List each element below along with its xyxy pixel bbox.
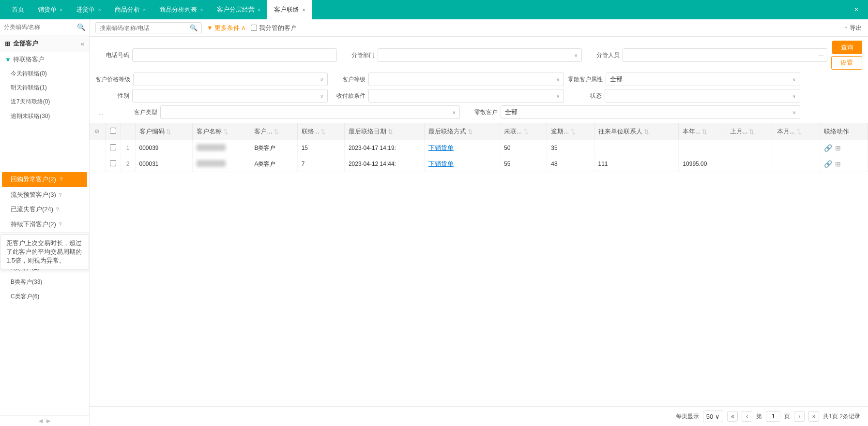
phone-input[interactable]: [132, 48, 337, 62]
row1-select[interactable]: [110, 144, 116, 150]
sidebar-search-bar: 🔍: [0, 19, 89, 35]
query-button[interactable]: 查询: [832, 41, 862, 54]
row1-grid-icon[interactable]: ⊞: [835, 144, 841, 152]
row2-last-date: 2023-04-12 14:44:: [344, 156, 424, 172]
help-icon-churn: ?: [59, 192, 61, 198]
close-sales-tab[interactable]: ×: [60, 7, 62, 13]
col-this-year[interactable]: 本年... ⇅: [679, 123, 726, 140]
row1-code[interactable]: 000039: [135, 140, 193, 156]
col-contact-person[interactable]: 往来单位联系人 ⇅: [594, 123, 679, 140]
nav-home[interactable]: 首页: [5, 0, 31, 19]
close-contact-tab[interactable]: ×: [302, 7, 305, 13]
select-all-checkbox[interactable]: [110, 128, 116, 134]
row2-settings: [90, 156, 105, 172]
row2-select[interactable]: [110, 160, 116, 166]
repurchase-anomaly-item[interactable]: 回购异常客户(2) ?: [2, 172, 87, 187]
row2-grid-icon[interactable]: ⊞: [835, 160, 841, 168]
retail-cust-select[interactable]: 全部 ∨: [501, 105, 800, 119]
sidebar-scroll-left[interactable]: ◀: [39, 418, 43, 424]
dept-select[interactable]: ∨: [378, 48, 582, 62]
cust-grade-select[interactable]: ∨: [368, 73, 564, 86]
sort-name-icon: ⇅: [223, 128, 228, 135]
settings-button[interactable]: 设置: [831, 56, 862, 70]
col-this-month[interactable]: 本月... ⇅: [773, 123, 820, 140]
export-button[interactable]: ↑ 导出: [845, 24, 863, 32]
sidebar-collapse-icon[interactable]: «: [81, 40, 84, 47]
dots-more-btn[interactable]: ...: [95, 109, 107, 116]
cust-type-select[interactable]: ∨: [160, 105, 460, 119]
close-product-list-tab[interactable]: ×: [200, 7, 203, 13]
row2-method-link[interactable]: 下销货单: [428, 160, 454, 167]
col-settings[interactable]: ⚙: [90, 123, 105, 140]
nav-product-analysis-list[interactable]: 商品分析列表 ×: [152, 0, 210, 19]
filter-icon: ▼: [207, 24, 213, 31]
declining-item[interactable]: 持续下滑客户(2) ?: [0, 217, 89, 232]
row1-last-method[interactable]: 下销货单: [424, 140, 500, 156]
col-contact[interactable]: 联络... ⇅: [297, 123, 344, 140]
close-product-analysis-tab[interactable]: ×: [143, 7, 146, 13]
row1-actions: 🔗 ⊞: [820, 140, 868, 156]
gender-select[interactable]: ∨: [132, 89, 328, 103]
row2-last-month: [726, 156, 773, 172]
nav-sales[interactable]: 销货单 ×: [31, 0, 69, 19]
status-select[interactable]: ∨: [605, 89, 800, 103]
status-label: 状态: [568, 92, 602, 100]
nav-purchase[interactable]: 进货单 ×: [69, 0, 107, 19]
today-contact-item[interactable]: 今天待联络(0): [0, 67, 89, 81]
tomorrow-contact-item[interactable]: 明天待联络(1): [0, 81, 89, 95]
row2-contact: 7: [297, 156, 344, 172]
window-close-button[interactable]: ×: [850, 3, 863, 16]
retail-attr-select[interactable]: 全部 ∨: [606, 73, 800, 86]
week-contact-item[interactable]: 近7天待联络(0): [0, 95, 89, 109]
payment-label: 收付款条件: [332, 92, 365, 100]
row1-method-link[interactable]: 下销货单: [428, 144, 454, 151]
cust-grade-cell: 客户等级 ∨: [332, 73, 564, 86]
col-category[interactable]: 客户... ⇅: [250, 123, 297, 140]
col-last-date[interactable]: 最后联络日期 ⇅: [344, 123, 424, 140]
overdue-contact-item[interactable]: 逾期未联络(30): [0, 109, 89, 123]
col-uncontacted[interactable]: 未联... ⇅: [500, 123, 547, 140]
next-page-btn[interactable]: ›: [794, 411, 805, 422]
col-last-method[interactable]: 最后联络方式 ⇅: [424, 123, 500, 140]
more-conditions-btn[interactable]: ▼ 更多条件 ∧: [207, 24, 246, 32]
churned-item[interactable]: 已流失客户(24) ?: [0, 202, 89, 217]
price-grade-select[interactable]: ∨: [133, 73, 328, 86]
person-select[interactable]: ···: [623, 48, 827, 62]
col-overdue[interactable]: 逾期... ⇅: [547, 123, 594, 140]
my-customers-checkbox[interactable]: [251, 25, 257, 31]
close-purchase-tab[interactable]: ×: [98, 7, 101, 13]
price-grade-chevron: ∨: [320, 77, 323, 82]
first-page-btn[interactable]: «: [727, 411, 738, 422]
row2-last-method[interactable]: 下销货单: [424, 156, 500, 172]
sort-category-icon: ⇅: [274, 128, 279, 135]
row1-link-icon[interactable]: 🔗: [824, 144, 832, 152]
sidebar-search-input[interactable]: [4, 24, 77, 30]
last-page-btn[interactable]: »: [808, 411, 819, 422]
search-input[interactable]: [100, 25, 190, 31]
payment-select[interactable]: ∨: [368, 89, 564, 103]
row1-num: 1: [121, 140, 135, 156]
nav-customer-segment[interactable]: 客户分层经营 ×: [210, 0, 267, 19]
nav-customer-contact[interactable]: 客户联络 ×: [267, 0, 312, 19]
col-code[interactable]: 客户编码 ⇅: [135, 123, 193, 140]
close-segment-tab[interactable]: ×: [258, 7, 260, 13]
col-name[interactable]: 客户名称 ⇅: [193, 123, 250, 140]
prev-page-btn[interactable]: ‹: [742, 411, 752, 422]
col-last-month[interactable]: 上月... ⇅: [726, 123, 773, 140]
retail-cust-cell: 零散客户 全部 ∨: [464, 105, 800, 119]
row2-code[interactable]: 000031: [135, 156, 193, 172]
filter-row-3: 性别 ∨ 收付款条件 ∨ 状态: [95, 89, 862, 103]
sidebar-scroll-right[interactable]: ▶: [46, 418, 50, 424]
churn-warning-item[interactable]: 流失预警客户(3) ?: [0, 188, 89, 203]
search-bar-icon: 🔍: [190, 24, 198, 31]
c-class-item[interactable]: C类客户(6): [0, 290, 89, 304]
row1-contact: 15: [297, 140, 344, 156]
all-customers-header[interactable]: ⊞ 全部客户 «: [0, 35, 89, 52]
row2-link-icon[interactable]: 🔗: [824, 160, 832, 168]
nav-product-analysis[interactable]: 商品分析 ×: [108, 0, 152, 19]
b-class-item[interactable]: B类客户(33): [0, 275, 89, 289]
page-input[interactable]: [766, 411, 780, 422]
per-page-select[interactable]: 50 ∨: [703, 411, 723, 422]
phone-filter-cell: 电话号码: [95, 48, 337, 62]
pending-contact-group[interactable]: ▼ 待联络客户: [0, 52, 89, 67]
